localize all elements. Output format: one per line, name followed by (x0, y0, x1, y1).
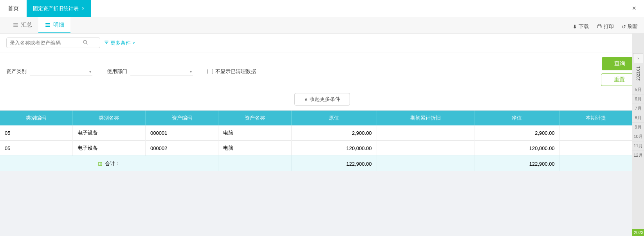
svg-rect-8 (598, 27, 601, 28)
close-tab-icon[interactable]: × (82, 6, 85, 11)
footer-empty (218, 156, 291, 171)
collapse-button[interactable]: ∧ 收起更多条件 (294, 93, 350, 105)
month-list: 5月 6月 7月 8月 9月 10月 11月 12月 (632, 85, 644, 160)
col-header-asset-name: 资产名称 (218, 111, 291, 125)
print-label: 打印 (604, 23, 614, 30)
footer-current-period (559, 156, 632, 171)
cell-category-name-0: 电子设备 (72, 125, 145, 141)
date-text: 2023.01 (636, 66, 640, 80)
svg-rect-4 (45, 25, 50, 25)
table-row[interactable]: 05 电子设备 000001 电脑 2,900.00 2,900.00 (0, 125, 632, 141)
usage-dept-dropdown-icon[interactable]: ▾ (190, 70, 192, 74)
svg-rect-3 (45, 23, 50, 24)
col-header-accumulated-dep: 期初累计折旧 (377, 111, 474, 125)
year-badge[interactable]: 2023 (632, 229, 644, 236)
cell-net-value-0: 2,900.00 (474, 125, 559, 141)
tab-summary[interactable]: 汇总 (6, 17, 38, 33)
search-input[interactable] (10, 40, 80, 46)
cell-current-period-1 (559, 141, 632, 156)
refresh-button[interactable]: ↺ 刷新 (622, 23, 638, 30)
home-tab[interactable]: 首页 (0, 0, 27, 17)
asset-category-dropdown-icon[interactable]: ▾ (89, 70, 91, 74)
download-button[interactable]: ⬇ 下载 (573, 23, 589, 30)
filter-bar: 更多条件 ∨ (0, 34, 644, 52)
month-9[interactable]: 9月 (632, 123, 644, 132)
sidebar-arrow-button[interactable]: › (633, 53, 643, 63)
month-6[interactable]: 6月 (632, 95, 644, 104)
col-header-asset-code: 资产编码 (145, 111, 218, 125)
month-8[interactable]: 8月 (632, 113, 644, 123)
cell-category-name-1: 电子设备 (72, 141, 145, 156)
right-sidebar: › 2023.01 5月 6月 7月 8月 9月 10月 11月 12月 202… (632, 34, 644, 236)
active-tab[interactable]: 固定资产折旧统计表 × (27, 0, 91, 17)
more-conditions-button[interactable]: 更多条件 ∨ (104, 39, 135, 46)
date-label: 2023.01 (635, 66, 641, 81)
refresh-label: 刷新 (628, 23, 638, 30)
collapse-label: 收起更多条件 (310, 96, 340, 103)
svg-rect-5 (45, 26, 50, 27)
top-nav: 首页 固定资产折旧统计表 × × (0, 0, 644, 17)
chevron-up-icon: ∧ (304, 97, 308, 102)
asset-category-label: 资产类别 (6, 68, 27, 75)
print-icon (597, 23, 602, 30)
cell-accumulated-dep-0 (377, 125, 474, 141)
month-10[interactable]: 10月 (632, 132, 644, 141)
toolbar-actions: ⬇ 下载 打印 ↺ 刷新 (573, 23, 638, 30)
cell-accumulated-dep-1 (377, 141, 474, 156)
layers-icon (13, 22, 19, 28)
hide-cleared-checkbox[interactable] (207, 69, 213, 74)
hide-cleared-field: 不显示已清理数据 (207, 68, 256, 75)
chevron-down-icon: ∨ (132, 41, 135, 45)
tab-detail-label: 明细 (53, 21, 64, 29)
footer-label-cell: ⊞ 合计： (0, 156, 218, 171)
cell-asset-code-0: 000001 (145, 125, 218, 141)
more-conditions-label: 更多条件 (110, 39, 131, 46)
table-header: 类别编码 类别名称 资产编码 资产名称 原值 期初累计折旧 净值 本期计提 (0, 111, 632, 125)
hide-cleared-label: 不显示已清理数据 (215, 68, 256, 75)
month-7[interactable]: 7月 (632, 104, 644, 113)
col-header-current-period: 本期计提 (559, 111, 632, 125)
col-header-net-value: 净值 (474, 111, 559, 125)
data-table: 类别编码 类别名称 资产编码 资产名称 原值 期初累计折旧 净值 本期计提 05… (0, 111, 632, 171)
usage-dept-input[interactable] (130, 68, 193, 75)
col-header-category-code: 类别编码 (0, 111, 72, 125)
cell-asset-name-0: 电脑 (218, 125, 291, 141)
cell-net-value-1: 120,000.00 (474, 141, 559, 156)
month-12[interactable]: 12月 (632, 151, 644, 160)
footer-net-value: 122,900.00 (474, 156, 559, 171)
list-icon (45, 22, 51, 28)
svg-line-11 (87, 43, 88, 45)
sub-tabs-bar: 汇总 明细 ⬇ 下载 (0, 17, 644, 34)
print-button[interactable]: 打印 (597, 23, 614, 30)
svg-rect-2 (13, 23, 18, 24)
cell-current-period-0 (559, 125, 632, 141)
month-11[interactable]: 11月 (632, 141, 644, 151)
svg-point-10 (83, 40, 87, 43)
window-close-button[interactable]: × (624, 0, 644, 17)
cell-category-code-0: 05 (0, 125, 72, 141)
cell-category-code-1: 05 (0, 141, 72, 156)
download-icon: ⬇ (573, 24, 577, 30)
refresh-icon: ↺ (622, 24, 626, 30)
footer-original-value: 122,900.00 (291, 156, 377, 171)
tab-detail[interactable]: 明细 (38, 17, 70, 33)
table-footer: ⊞ 合计： 122,900.00 122,900.00 (0, 156, 632, 171)
svg-rect-0 (13, 26, 18, 27)
footer-label: 合计： (105, 160, 120, 167)
cell-asset-name-1: 电脑 (218, 141, 291, 156)
cell-original-value-1: 120,000.00 (291, 141, 377, 156)
footer-accumulated-dep (377, 156, 474, 171)
search-icon (83, 39, 88, 46)
col-header-original-value: 原值 (291, 111, 377, 125)
filter-icon (104, 40, 109, 46)
month-5[interactable]: 5月 (632, 85, 644, 95)
table-container: 类别编码 类别名称 资产编码 资产名称 原值 期初累计折旧 净值 本期计提 05… (0, 111, 644, 236)
asset-category-field: 资产类别 ▾ (6, 68, 91, 75)
filter-row-1: 资产类别 ▾ 使用部门 ▾ 不显示已清理数据 查询 重置 (6, 57, 638, 86)
table-body: 05 电子设备 000001 电脑 2,900.00 2,900.00 05 电… (0, 125, 632, 156)
asset-category-input[interactable] (30, 68, 92, 75)
table-row[interactable]: 05 电子设备 000002 电脑 120,000.00 120,000.00 (0, 141, 632, 156)
download-label: 下载 (579, 23, 589, 30)
summary-icon: ⊞ (98, 161, 103, 167)
active-tab-label: 固定资产折旧统计表 (33, 5, 79, 12)
